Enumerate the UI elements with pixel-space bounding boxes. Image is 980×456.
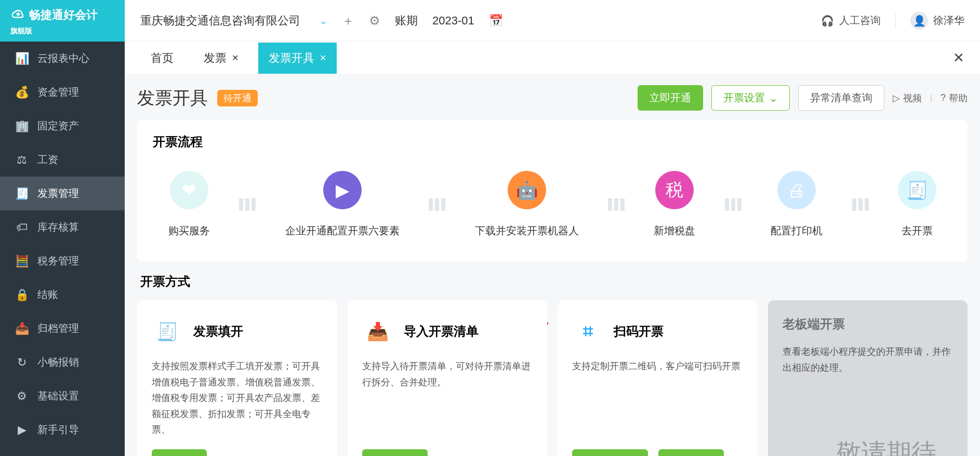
video-link[interactable]: ▷视频 bbox=[893, 92, 922, 104]
view-apply-button[interactable]: 查看申请 bbox=[658, 449, 724, 456]
refresh-icon: ↻ bbox=[15, 355, 29, 370]
sidebar-item-funds[interactable]: 💰资金管理 bbox=[0, 75, 125, 109]
flow-card: 开票流程 ❤购买服务 ▶企业开通配置开票六要素 🤖下载并安装开票机器人 税新增税… bbox=[137, 120, 968, 262]
sidebar-item-label: 结账 bbox=[37, 288, 58, 302]
step-label: 下载并安装开票机器人 bbox=[475, 224, 579, 238]
user-menu[interactable]: 👤徐泽华 bbox=[910, 12, 964, 30]
abnormal-list-button[interactable]: 异常清单查询 bbox=[798, 85, 884, 111]
receipt-icon: 🧾 bbox=[152, 316, 183, 347]
watermark: 敬请期待 bbox=[837, 436, 936, 456]
topbar: 重庆畅捷交通信息咨询有限公司 ⌄ ＋ ⚙ 账期 2023-01 📅 🎧人工咨询 … bbox=[125, 0, 980, 42]
method-card-fill: 🧾发票填开 支持按照发票样式手工填开发票；可开具增值税电子普通发票、增值税普通发… bbox=[137, 300, 337, 456]
flow-step[interactable]: ❤购买服务 bbox=[168, 171, 210, 238]
sidebar-item-inventory[interactable]: 🏷库存核算 bbox=[0, 210, 125, 244]
flow-step[interactable]: 🤖下载并安装开票机器人 bbox=[475, 171, 579, 238]
step-label: 新增税盘 bbox=[654, 224, 695, 238]
sidebar-item-close[interactable]: 🔒结账 bbox=[0, 278, 125, 312]
step-separator bbox=[601, 198, 632, 211]
go-invoice-button[interactable]: 去开票 bbox=[152, 449, 207, 456]
section-title: 开票方式 bbox=[140, 273, 968, 290]
sidebar-item-report[interactable]: 📊云报表中心 bbox=[0, 42, 125, 75]
section-title: 开票流程 bbox=[153, 133, 952, 150]
step-label: 企业开通配置开票六要素 bbox=[285, 224, 400, 238]
sidebar-item-salary[interactable]: ⚖工资 bbox=[0, 143, 125, 177]
step-label: 购买服务 bbox=[168, 224, 210, 238]
brand-name: 畅捷通好会计 bbox=[29, 7, 98, 23]
main: 重庆畅捷交通信息咨询有限公司 ⌄ ＋ ⚙ 账期 2023-01 📅 🎧人工咨询 … bbox=[125, 0, 980, 456]
method-cards: 🧾发票填开 支持按照发票样式手工填开发票；可开具增值税电子普通发票、增值税普通发… bbox=[137, 300, 968, 456]
period-value[interactable]: 2023-01 bbox=[432, 14, 474, 28]
flow-steps: ❤购买服务 ▶企业开通配置开票六要素 🤖下载并安装开票机器人 税新增税盘 🖨配置… bbox=[153, 166, 952, 248]
step-label: 配置打印机 bbox=[771, 224, 823, 238]
sidebar-item-label: 税务管理 bbox=[37, 254, 79, 268]
code-manage-button[interactable]: 开票码管理 bbox=[572, 449, 648, 456]
help-link[interactable]: ?帮助 bbox=[941, 92, 968, 104]
help-icon: ? bbox=[941, 92, 946, 103]
tab-home[interactable]: 首页 bbox=[140, 43, 184, 74]
sidebar-item-guide[interactable]: ▶新手引导 bbox=[0, 413, 125, 447]
tax-icon: 🧮 bbox=[15, 254, 29, 269]
add-button[interactable]: ＋ bbox=[342, 12, 354, 29]
close-icon[interactable]: ✕ bbox=[320, 53, 326, 63]
sidebar-item-label: 库存核算 bbox=[37, 220, 79, 234]
link-label: 帮助 bbox=[949, 92, 968, 104]
step-separator bbox=[421, 198, 453, 211]
flow-step[interactable]: 🖨配置打印机 bbox=[771, 171, 823, 238]
card-title: 发票填开 bbox=[193, 323, 243, 340]
chart-icon: 📊 bbox=[15, 51, 29, 66]
activate-button[interactable]: 立即开通 bbox=[638, 85, 703, 111]
tab-invoice[interactable]: 发票✕ bbox=[193, 43, 249, 74]
tabs-close-all[interactable]: ✕ bbox=[953, 50, 964, 66]
brand-edition: 旗舰版 bbox=[10, 26, 32, 36]
step-separator bbox=[718, 198, 749, 211]
support-link[interactable]: 🎧人工咨询 bbox=[821, 14, 881, 28]
robot-icon: 🤖 bbox=[508, 171, 546, 209]
flow-step[interactable]: 税新增税盘 bbox=[654, 171, 695, 238]
tab-invoice-issue[interactable]: 发票开具✕ bbox=[258, 43, 337, 74]
warehouse-icon: 🏷 bbox=[15, 220, 29, 235]
sidebar-item-invoice[interactable]: 🧾发票管理 bbox=[0, 177, 125, 210]
sidebar-item-label: 发票管理 bbox=[37, 186, 79, 200]
config-icon: ▶ bbox=[323, 171, 362, 209]
chevron-down-icon: ⌄ bbox=[320, 15, 327, 26]
heart-icon: ❤ bbox=[170, 171, 208, 209]
card-title: 导入开票清单 bbox=[404, 323, 479, 340]
card-desc: 支持按照发票样式手工填开发票；可开具增值税电子普通发票、增值税普通发票、增值税专… bbox=[152, 358, 323, 438]
lock-icon: 🔒 bbox=[15, 288, 29, 302]
method-card-import: 📥导入开票清单 支持导入待开票清单，可对待开票清单进行拆分、合并处理。 导入清单 bbox=[348, 300, 548, 456]
import-icon: 📥 bbox=[362, 316, 393, 347]
method-card-boss: 老板端开票 查看老板端小程序提交的开票申请，并作出相应的处理。 敬请期待 bbox=[768, 300, 968, 456]
flow-step[interactable]: ▶企业开通配置开票六要素 bbox=[285, 171, 400, 238]
sidebar-item-settings[interactable]: ⚙基础设置 bbox=[0, 379, 125, 413]
sidebar-item-expense[interactable]: ↻小畅报销 bbox=[0, 345, 125, 379]
sidebar-item-label: 云报表中心 bbox=[37, 51, 89, 65]
company-select[interactable]: 重庆畅捷交通信息咨询有限公司 ⌄ bbox=[140, 9, 327, 33]
settings-button[interactable]: ⚙ bbox=[369, 14, 380, 28]
invoice-icon: 🧾 bbox=[15, 186, 29, 201]
card-desc: 支持定制开票二维码，客户端可扫码开票 bbox=[572, 358, 743, 374]
content: 发票开具 待开通 立即开通 开票设置⌄ 异常清单查询 ▷视频 | ?帮助 开票流… bbox=[125, 75, 980, 456]
flow-step[interactable]: 🧾去开票 bbox=[898, 171, 936, 238]
invoice-settings-button[interactable]: 开票设置⌄ bbox=[711, 85, 790, 111]
company-name: 重庆畅捷交通信息咨询有限公司 bbox=[140, 13, 300, 29]
username: 徐泽华 bbox=[933, 14, 964, 28]
card-title: 老板端开票 bbox=[783, 316, 845, 332]
calendar-icon[interactable]: 📅 bbox=[489, 14, 503, 28]
step-separator bbox=[845, 198, 876, 211]
button-label: 开票设置 bbox=[723, 91, 765, 105]
card-desc: 支持导入待开票清单，可对待开票清单进行拆分、合并处理。 bbox=[362, 358, 533, 390]
qrcode-icon: ⌗ bbox=[572, 316, 603, 347]
sidebar-item-label: 小畅报销 bbox=[37, 355, 79, 369]
sidebar-item-assets[interactable]: 🏢固定资产 bbox=[0, 109, 125, 143]
brand-logo: 畅捷通好会计 旗舰版 bbox=[0, 0, 125, 42]
sidebar-item-label: 归档管理 bbox=[37, 321, 79, 336]
import-list-button[interactable]: 导入清单 bbox=[362, 449, 428, 456]
headset-icon: 🎧 bbox=[821, 15, 834, 27]
page-title: 发票开具 bbox=[137, 86, 208, 110]
tabbar: 首页 发票✕ 发票开具✕ ✕ bbox=[125, 42, 980, 75]
sidebar-item-archive[interactable]: 📥归档管理 bbox=[0, 312, 125, 345]
tab-label: 发票开具 bbox=[269, 50, 314, 66]
close-icon[interactable]: ✕ bbox=[232, 53, 239, 63]
sidebar-item-tax[interactable]: 🧮税务管理 bbox=[0, 244, 125, 278]
card-desc: 查看老板端小程序提交的开票申请，并作出相应的处理。 bbox=[783, 344, 953, 375]
